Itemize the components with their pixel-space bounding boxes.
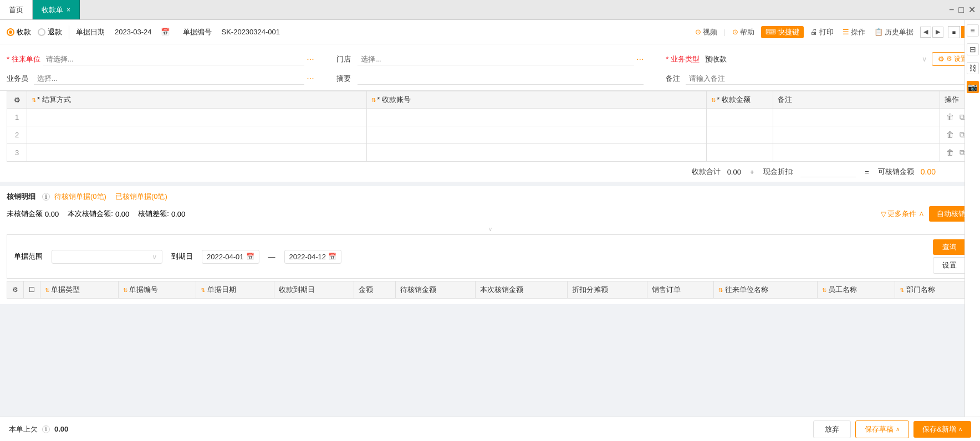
history-label: 历史单据 — [885, 27, 913, 37]
help-icon: ⊙ — [732, 28, 738, 36]
row1-note[interactable] — [773, 109, 940, 126]
save-new-btn[interactable]: 保存&新增 ∧ — [913, 421, 971, 438]
row2-note[interactable] — [773, 126, 940, 144]
date-from-input[interactable]: 2022-04-01 📅 — [202, 250, 259, 264]
row2-delete-btn[interactable]: 🗑 — [945, 130, 956, 140]
tab-bar: 首页 收款单 × − □ ✕ — [0, 0, 980, 20]
row3-delete-btn[interactable]: 🗑 — [945, 147, 956, 157]
counterpart-input[interactable] — [43, 53, 305, 65]
window-controls: − □ ✕ — [949, 4, 980, 15]
minimize-icon[interactable]: − — [949, 5, 954, 15]
staff-more-btn[interactable]: ··· — [307, 74, 314, 84]
next-arrow[interactable]: ▶ — [932, 27, 943, 38]
sidebar-icon-clipboard[interactable]: ⊟ — [967, 43, 979, 55]
history-btn[interactable]: 📋 历史单据 — [872, 26, 916, 38]
row2-amount[interactable] — [707, 126, 773, 144]
operation-label: 操作 — [851, 27, 865, 37]
plus-sign: + — [750, 168, 754, 176]
filter-settings-btn[interactable]: 设置 — [933, 257, 966, 274]
row3-amount[interactable] — [707, 144, 773, 162]
note-field: 备注 — [666, 73, 973, 85]
bth-pending: 待核销金额 — [395, 281, 475, 299]
range-dropdown-arrow: ∨ — [152, 253, 157, 261]
available-value: 0.00 — [921, 167, 936, 176]
row2-account[interactable] — [367, 126, 707, 144]
save-new-label: 保存&新增 — [922, 424, 956, 434]
discount-input[interactable] — [800, 166, 856, 177]
tab-home[interactable]: 首页 — [0, 0, 33, 19]
bth-checkbox[interactable]: ☐ — [24, 281, 40, 299]
diff-value: 0.00 — [171, 210, 185, 218]
counterpart-more-btn[interactable]: ··· — [307, 54, 314, 64]
sidebar-icon-table[interactable]: ≡ — [967, 24, 979, 37]
verif-info-icon[interactable]: ℹ — [42, 193, 50, 201]
tab-close-icon[interactable]: × — [67, 6, 70, 14]
bth-settings[interactable]: ⚙ — [7, 281, 24, 299]
current-label: 本次核销金额: — [68, 209, 113, 219]
sidebar-icon-camera[interactable]: 📷 — [967, 81, 979, 93]
calendar-to-icon: 📅 — [328, 253, 336, 260]
radio-collection[interactable]: 收款 — [7, 27, 31, 37]
restore-icon[interactable]: □ — [958, 5, 964, 15]
radio-refund-label: 退款 — [48, 27, 62, 37]
verified-tab[interactable]: 已核销单据(0笔) — [115, 192, 167, 202]
discount-label: 现金折扣: — [763, 167, 794, 177]
date-to-input[interactable]: 2022-04-12 📅 — [284, 250, 342, 264]
filter-btns: 查询 设置 — [933, 239, 966, 274]
row1-account[interactable] — [367, 109, 707, 126]
close-icon[interactable]: ✕ — [968, 4, 976, 15]
bth-amount: 金额 — [354, 281, 395, 299]
filter-row: 单据范围 ∨ 到期日 2022-04-01 📅 — 2022-04-12 📅 查… — [7, 234, 973, 279]
row3-settlement[interactable] — [27, 144, 367, 162]
shortcut-btn[interactable]: ⌨ 快捷键 — [761, 26, 804, 38]
query-btn[interactable]: 查询 — [933, 239, 966, 255]
th-settings[interactable]: ⚙ — [7, 91, 27, 109]
tab-active-label: 收款单 — [42, 5, 63, 15]
row2-settlement[interactable] — [27, 126, 367, 144]
th-note: 备注 — [773, 91, 940, 109]
save-draft-label: 保存草稿 — [865, 424, 894, 434]
store-input[interactable] — [358, 53, 634, 65]
history-icon: 📋 — [874, 28, 883, 36]
help-btn[interactable]: ⊙ 帮助 — [730, 26, 757, 38]
pending-tab[interactable]: 待核销单据(0笔) — [54, 192, 106, 202]
summary-input[interactable] — [358, 73, 644, 85]
expand-arrow[interactable]: ∨ — [7, 226, 973, 232]
calendar-icon[interactable]: 📅 — [161, 28, 170, 36]
row1-delete-btn[interactable]: 🗑 — [945, 112, 956, 122]
bth-staff: ⇅ 员工名称 — [817, 281, 895, 299]
row1-amount[interactable] — [707, 109, 773, 126]
store-more-btn[interactable]: ··· — [636, 54, 644, 64]
abandon-btn[interactable]: 放弃 — [813, 421, 851, 438]
sidebar-icon-link[interactable]: ⛓ — [967, 62, 979, 74]
note-input[interactable] — [686, 73, 973, 85]
th-settlement: ⇅* 结算方式 — [27, 91, 367, 109]
number-label: 单据编号 — [183, 27, 212, 37]
current-value: 0.00 — [115, 210, 129, 218]
bth-due-date: 收款到期日 — [274, 281, 354, 299]
operation-icon: ☰ — [843, 28, 849, 36]
bottom-table: ⚙ ☐ ⇅ 单据类型 ⇅ 单据编号 ⇅ 单据日期 收款到期日 金额 待核销金额 … — [7, 281, 973, 299]
business-type-arrow[interactable]: ∨ — [922, 55, 927, 63]
radio-refund[interactable]: 退款 — [38, 27, 62, 37]
tab-active[interactable]: 收款单 × — [33, 0, 80, 19]
equals-sign: = — [865, 168, 869, 176]
footer-info-icon[interactable]: ℹ — [42, 425, 50, 433]
date-dash: — — [268, 253, 275, 261]
prev-arrow[interactable]: ◀ — [920, 27, 931, 38]
row3-account[interactable] — [367, 144, 707, 162]
save-draft-btn[interactable]: 保存草稿 ∧ — [855, 421, 909, 438]
layout-list-btn[interactable]: ≡ — [948, 26, 960, 38]
video-btn[interactable]: ⊙ 视频 — [693, 26, 719, 38]
footer: 本单上欠 ℹ 0.00 放弃 保存草稿 ∧ 保存&新增 ∧ — [0, 417, 980, 441]
staff-input[interactable] — [34, 73, 304, 85]
more-conditions-btn[interactable]: ▽ 更多条件 ∧ — [881, 209, 925, 219]
filter-icon: ▽ — [881, 210, 886, 218]
diff-label: 核销差额: — [138, 209, 169, 219]
print-btn[interactable]: 🖨 打印 — [808, 26, 836, 38]
row3-note[interactable] — [773, 144, 940, 162]
collection-total-label: 收款合计 — [692, 167, 721, 177]
range-select[interactable]: ∨ — [52, 250, 162, 264]
row1-settlement[interactable] — [27, 109, 367, 126]
operation-btn[interactable]: ☰ 操作 — [840, 26, 867, 38]
